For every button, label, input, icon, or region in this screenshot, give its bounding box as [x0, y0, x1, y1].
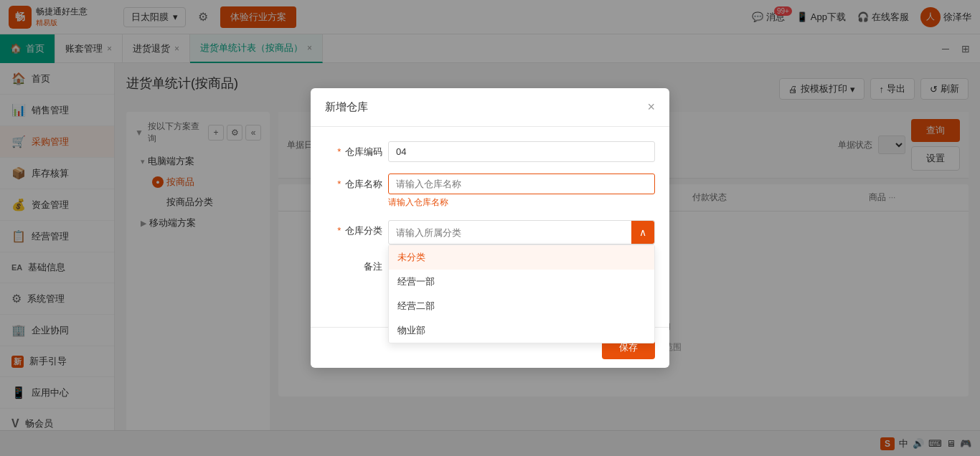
category-input[interactable] [389, 223, 631, 242]
modal-overlay: 新增仓库 × * 仓库编码 * 仓库名称 [0, 0, 980, 456]
modal-title: 新增仓库 [325, 100, 368, 114]
warehouse-name-input[interactable] [388, 174, 655, 194]
dropdown-option-uncategorized[interactable]: 未分类 [389, 245, 654, 270]
category-control: ∧ 未分类 经营一部 经营二部 物业部 [388, 220, 655, 244]
dropdown-toggle-button[interactable]: ∧ [631, 221, 654, 244]
form-row-name: * 仓库名称 请输入仓库名称 [325, 174, 655, 209]
form-row-category: * 仓库分类 ∧ 未分类 经营一部 经营二部 物业部 [325, 220, 655, 244]
name-control: 请输入仓库名称 [388, 174, 655, 209]
dropdown-option-ops1[interactable]: 经营一部 [389, 270, 654, 294]
dropdown-option-property[interactable]: 物业部 [389, 318, 654, 343]
dropdown-option-ops2[interactable]: 经营二部 [389, 294, 654, 318]
code-label: * 仓库编码 [325, 141, 382, 158]
add-warehouse-modal: 新增仓库 × * 仓库编码 * 仓库名称 [311, 88, 669, 368]
name-error-msg: 请输入仓库名称 [388, 196, 655, 209]
modal-close-button[interactable]: × [647, 100, 655, 115]
name-label: * 仓库名称 [325, 174, 382, 191]
dropdown-input-row: ∧ [388, 220, 655, 244]
category-label: * 仓库分类 [325, 220, 382, 237]
warehouse-code-input[interactable] [388, 141, 655, 162]
code-control [388, 141, 655, 162]
category-dropdown-list: 未分类 经营一部 经营二部 物业部 [388, 244, 655, 343]
note-label: 备注 [325, 256, 382, 273]
modal-body: * 仓库编码 * 仓库名称 请输入仓库名称 [311, 127, 669, 327]
form-row-code: * 仓库编码 [325, 141, 655, 162]
category-dropdown: ∧ 未分类 经营一部 经营二部 物业部 [388, 220, 655, 244]
modal-header: 新增仓库 × [311, 88, 669, 127]
